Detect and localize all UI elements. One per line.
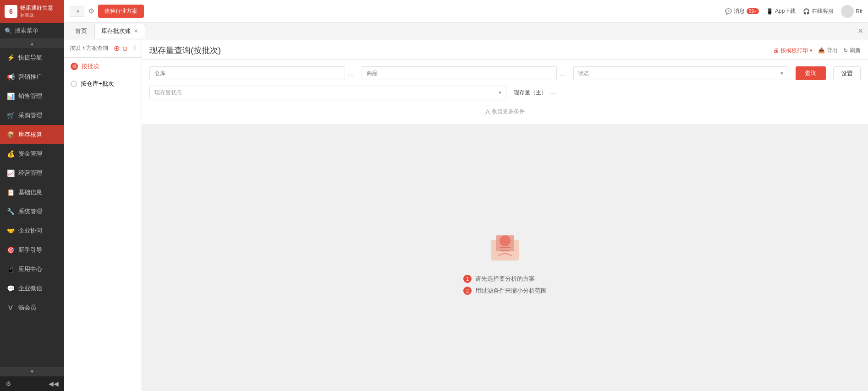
sidebar-nav: ⚡ 快捷导航 📢 营销推广 📊 销售管理 🛒 采购管理 📦 库存核算 💰 资金管… [0,48,64,367]
app-logo: 6 [5,5,17,18]
empty-tips: 1 请先选择要分析的方案 2 用过滤条件来缩小分析范围 [463,275,547,295]
message-icon: 💬 [725,8,732,15]
status-dropdown[interactable]: 状态 ▾ [573,66,788,80]
sidebar-item-system[interactable]: 🔧 系统管理 [0,202,64,221]
trial-btn[interactable]: 体验行业方案 [98,5,144,18]
print-btn[interactable]: 🖨 按模板打印 ▾ [773,47,813,54]
query-btn[interactable]: 查询 [796,66,826,80]
filter-header: 按以下方案查询 ⊕ ⊙ 《 [64,39,142,58]
sidebar-item-label: 采购管理 [18,111,42,119]
sidebar-header: 6 畅康通好生意 标准版 [0,0,64,23]
sidebar-item-app-center[interactable]: 📱 应用中心 [0,260,64,279]
main-area: ▾ ⚙ 体验行业方案 💬 消息 99+ 📱 App下载 🎧 在线客服 Rit [64,0,868,391]
sidebar-item-label: 营销推广 [18,73,42,81]
sidebar-item-label: 快捷导航 [18,54,42,62]
inventory-status-dropdown[interactable]: 现存量状态 ▾ [149,86,506,99]
print-label: 按模板打印 [780,47,808,54]
collapse-more-btn[interactable]: ⋀ 收起更多条件 [149,105,861,118]
system-icon: 🔧 [6,207,15,216]
collapse-sidebar-icon[interactable]: ◀◀ [49,380,59,387]
tab-inventory-batch[interactable]: 库存批次账✕ [94,24,145,38]
app-name: 畅康通好生意 [20,5,53,12]
warehouse-input[interactable] [149,66,345,80]
breadcrumb-dropdown-icon[interactable]: ▾ [77,8,79,15]
sidebar-item-sales[interactable]: 📊 销售管理 [0,87,64,106]
online-service-label: 在线客服 [812,7,834,15]
sidebar-item-label: 企业协同 [18,227,42,235]
sidebar-footer: ⚙ ◀◀ [0,376,64,391]
filter-header-label: 按以下方案查询 [70,44,108,52]
sidebar-item-label: 畅会员 [18,304,36,312]
tip-text-2: 用过滤条件来缩小分析范围 [475,287,547,295]
tab-label: 库存批次账 [101,27,131,35]
sidebar-item-finance[interactable]: 💰 资金管理 [0,144,64,163]
inventory-qty-label: 现存量（主） [514,89,547,97]
filter-item-by-batch[interactable]: 批 按批次 [64,58,142,75]
sidebar-item-marketing[interactable]: 📢 营销推广 [0,67,64,87]
export-btn[interactable]: 📤 导出 [818,47,838,54]
collapse-filter-btn[interactable]: 《 [131,44,136,52]
settings-icon[interactable]: ⚙ [5,380,11,387]
filter-item-by-warehouse-batch[interactable]: 按仓库+批次 [64,75,142,92]
refresh-btn[interactable]: ↻ 刷新 [843,47,861,54]
search-icon: 🔍 [5,27,12,34]
sidebar-item-purchase[interactable]: 🛒 采购管理 [0,106,64,125]
headset-icon: 🎧 [803,8,810,15]
enterprise-icon: 🤝 [6,227,15,235]
finance-icon: 💰 [6,150,15,158]
product-input[interactable] [362,66,557,80]
sidebar-item-new-guide[interactable]: 🎯 新手引导 [0,240,64,260]
marketing-icon: 📢 [6,73,15,81]
sidebar-item-wechat[interactable]: 💬 企业微信 [0,279,64,298]
sidebar-item-label: 应用中心 [18,265,42,273]
sales-icon: 📊 [6,92,15,100]
sidebar-item-label: 库存核算 [18,130,42,139]
inventory-qty-field: 现存量（主） — [514,89,861,97]
refresh-label: 刷新 [850,47,861,54]
close-tab-btn[interactable]: ✕ [134,28,138,34]
sidebar-item-inventory[interactable]: 📦 库存核算 [0,125,64,144]
radio-dot [71,81,77,87]
scroll-down-btn[interactable]: ▼ [0,367,64,376]
sidebar-item-operations[interactable]: 📈 经营管理 [0,163,64,183]
app-download-group[interactable]: 📱 App下载 [766,7,796,15]
topbar: ▾ ⚙ 体验行业方案 💬 消息 99+ 📱 App下载 🎧 在线客服 Rit [64,0,868,23]
user-name: Rit [856,8,863,15]
topbar-settings-icon[interactable]: ⚙ [88,7,94,16]
print-dropdown-icon[interactable]: ▾ [810,48,813,54]
printer-icon: 🖨 [773,47,779,54]
settings-btn[interactable]: 设置 [833,66,861,80]
sidebar-item-vip[interactable]: V 畅会员 [0,298,64,317]
sidebar-item-base-info[interactable]: 📋 基础信息 [0,183,64,202]
product-field: … [362,66,566,80]
app-version: 标准版 [20,12,53,18]
messages-group[interactable]: 💬 消息 99+ [725,7,759,15]
close-all-tabs-btn[interactable]: ✕ [857,27,863,35]
main-content: 现存量查询(按批次) 🖨 按模板打印 ▾ 📤 导出 ↻ 刷新 [142,39,868,391]
filter-settings-btn[interactable]: ⊙ [122,45,128,52]
tip-num-2: 2 [463,287,472,295]
app-download-label: App下载 [775,7,796,15]
operations-icon: 📈 [6,169,15,177]
user-group[interactable]: Rit [841,5,863,18]
empty-tip-1: 1 请先选择要分析的方案 [463,275,547,283]
collapse-more-label: 收起更多条件 [492,108,525,115]
sidebar-item-label: 新手引导 [18,246,42,254]
sidebar-item-quick-nav[interactable]: ⚡ 快捷导航 [0,48,64,67]
online-service-group[interactable]: 🎧 在线客服 [803,7,834,15]
filter-header-icons: ⊕ ⊙ 《 [114,44,136,53]
form-row-2: 现存量状态 ▾ 现存量（主） — [149,86,861,99]
form-row-1: … … 状态 ▾ 查询 设置 [149,66,861,80]
empty-state: 1 请先选择要分析的方案 2 用过滤条件来缩小分析范围 [142,125,868,391]
add-filter-btn[interactable]: ⊕ [114,44,120,53]
search-label: 搜索菜单 [15,27,38,35]
app-center-icon: 📱 [6,265,15,273]
tab-home[interactable]: 首页 [69,24,93,38]
page-header: 现存量查询(按批次) 🖨 按模板打印 ▾ 📤 导出 ↻ 刷新 [142,39,868,60]
tip-text-1: 请先选择要分析的方案 [475,275,535,283]
sidebar-item-enterprise[interactable]: 🤝 企业协同 [0,221,64,240]
sidebar-search[interactable]: 🔍 搜索菜单 [0,23,64,39]
product-dots-btn[interactable]: … [560,70,566,77]
warehouse-dots-btn[interactable]: … [348,70,354,77]
scroll-up-btn[interactable]: ▲ [0,39,64,48]
